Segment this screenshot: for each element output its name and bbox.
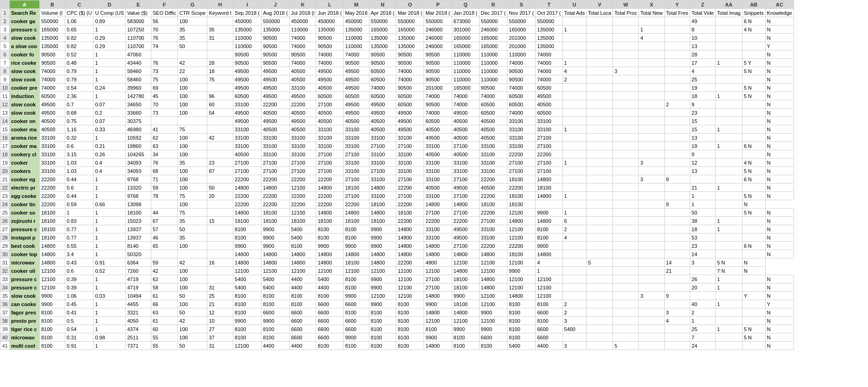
cell-21-12[interactable]: 27100	[343, 175, 369, 184]
cell-29-10[interactable]: 8100	[289, 242, 316, 250]
cell-27-17[interactable]: 33100	[479, 225, 507, 233]
cell-24-8[interactable]: 22200	[233, 200, 262, 209]
cell-3-6[interactable]: 35	[178, 25, 207, 34]
cell-6-23[interactable]	[639, 50, 664, 59]
cell-35-9[interactable]: 8100	[261, 292, 289, 300]
cell-29-22[interactable]	[613, 242, 639, 250]
cell-25-5[interactable]: 44	[151, 209, 178, 217]
cell-27-2[interactable]: 0.77	[65, 225, 94, 233]
cell-35-6[interactable]: 50	[178, 292, 207, 300]
cell-27-27[interactable]	[742, 225, 765, 233]
cell-15-18[interactable]: 33100	[507, 125, 536, 134]
cell-15-2[interactable]: 1.16	[65, 125, 94, 134]
cell-30-23[interactable]	[639, 250, 664, 258]
cell-16-16[interactable]: 40500	[452, 134, 479, 142]
cell-11-10[interactable]: 49500	[289, 92, 316, 100]
cell-39-2[interactable]: 0.54	[65, 325, 94, 333]
cell-30-20[interactable]	[562, 250, 587, 258]
cell-40-11[interactable]: 6600	[316, 333, 343, 342]
cell-16-23[interactable]	[639, 134, 664, 142]
cell-30-15[interactable]: 14800	[424, 250, 452, 258]
cell-25-4[interactable]: 18100	[125, 209, 151, 217]
header-may2018[interactable]: May 2018	[343, 9, 369, 17]
cell-10-2[interactable]: 0.54	[65, 84, 94, 92]
cell-2-5[interactable]: 56	[151, 17, 178, 25]
cell-8-12[interactable]: 49500	[343, 67, 369, 75]
cell-5-6[interactable]: 50	[178, 42, 207, 50]
cell-26-23[interactable]	[639, 217, 664, 225]
cell-13-20[interactable]	[562, 109, 587, 117]
cell-7-0[interactable]: rice cooke	[10, 59, 40, 67]
cell-21-16[interactable]: 27100	[452, 175, 479, 184]
cell-22-13[interactable]: 14800	[369, 184, 396, 192]
cell-41-16[interactable]: 8100	[452, 342, 479, 350]
cell-20-19[interactable]: 27100	[536, 167, 562, 175]
cell-36-27[interactable]	[742, 300, 765, 308]
cell-6-17[interactable]: 110000	[479, 50, 507, 59]
cell-4-28[interactable]: N	[765, 34, 793, 42]
cell-36-21[interactable]	[587, 300, 613, 308]
cell-24-6[interactable]: 100	[178, 200, 207, 209]
cell-6-14[interactable]: 90500	[396, 50, 424, 59]
cell-19-25[interactable]: 12	[690, 159, 715, 167]
cell-35-14[interactable]: 12100	[396, 292, 424, 300]
cell-24-17[interactable]: 18100	[479, 200, 507, 209]
cell-25-3[interactable]: 1	[94, 209, 125, 217]
cell-35-15[interactable]: 14800	[424, 292, 452, 300]
cell-6-10[interactable]: 90500	[289, 50, 316, 59]
cell-13-12[interactable]: 49500	[343, 109, 369, 117]
cell-37-12[interactable]: 8100	[343, 308, 369, 317]
cell-41-25[interactable]: 24	[690, 342, 715, 350]
cell-32-5[interactable]: 42	[151, 267, 178, 275]
cell-7-11[interactable]: 74000	[316, 59, 343, 67]
cell-33-1[interactable]: 12100	[40, 275, 65, 283]
cell-20-5[interactable]: 68	[151, 167, 178, 175]
cell-38-19[interactable]: 8100	[536, 317, 562, 325]
cell-22-20[interactable]	[562, 184, 587, 192]
cell-38-3[interactable]: 1	[94, 317, 125, 325]
cell-38-28[interactable]: N	[765, 317, 793, 325]
cell-24-3[interactable]: 0.66	[94, 200, 125, 209]
cell-39-16[interactable]: 9900	[452, 325, 479, 333]
cell-26-1[interactable]: 18100	[40, 217, 65, 225]
header-jun2018[interactable]: Jun 2018 (	[316, 9, 343, 17]
cell-29-2[interactable]: 0.55	[65, 242, 94, 250]
cell-5-3[interactable]: 0.29	[94, 42, 125, 50]
cell-22-15[interactable]: 40500	[424, 184, 452, 192]
cell-8-3[interactable]: 1	[94, 67, 125, 75]
cell-28-14[interactable]: 14800	[396, 233, 424, 242]
cell-29-26[interactable]	[715, 242, 742, 250]
header-knowledge[interactable]: Knowledge	[765, 9, 793, 17]
cell-39-15[interactable]: 8100	[424, 325, 452, 333]
cell-40-15[interactable]: 9900	[424, 333, 452, 342]
cell-27-19[interactable]: 8100	[536, 225, 562, 233]
cell-23-2[interactable]: 0.44	[65, 192, 94, 200]
cell-38-2[interactable]: 0.5	[65, 317, 94, 325]
cell-10-21[interactable]	[587, 84, 613, 92]
cell-30-19[interactable]: 14800	[536, 250, 562, 258]
header-search-re[interactable]: Search Re	[10, 9, 40, 17]
cell-16-13[interactable]: 33100	[369, 134, 396, 142]
cell-17-10[interactable]: 33100	[289, 142, 316, 150]
cell-36-16[interactable]: 18100	[452, 300, 479, 308]
cell-7-4[interactable]: 43440	[125, 59, 151, 67]
cell-4-26[interactable]	[715, 34, 742, 42]
cell-26-14[interactable]: 22200	[396, 217, 424, 225]
cell-19-3[interactable]: 0.4	[94, 159, 125, 167]
cell-12-25[interactable]: 9	[690, 100, 715, 109]
cell-38-14[interactable]: 8100	[396, 317, 424, 325]
cell-30-5[interactable]	[151, 250, 178, 258]
cell-33-28[interactable]: N	[765, 275, 793, 283]
cell-14-4[interactable]: 30375	[125, 117, 151, 125]
cell-17-22[interactable]	[613, 142, 639, 150]
cell-36-13[interactable]: 9900	[369, 300, 396, 308]
cell-35-12[interactable]: 9900	[343, 292, 369, 300]
cell-28-2[interactable]: 0.77	[65, 233, 94, 242]
cell-36-23[interactable]	[639, 300, 664, 308]
cell-37-6[interactable]: 50	[178, 308, 207, 317]
cell-30-25[interactable]: 14	[690, 250, 715, 258]
cell-6-12[interactable]: 74000	[343, 50, 369, 59]
cell-11-25[interactable]: 18	[690, 92, 715, 100]
cell-15-13[interactable]: 40500	[369, 125, 396, 134]
cell-15-7[interactable]	[207, 125, 233, 134]
